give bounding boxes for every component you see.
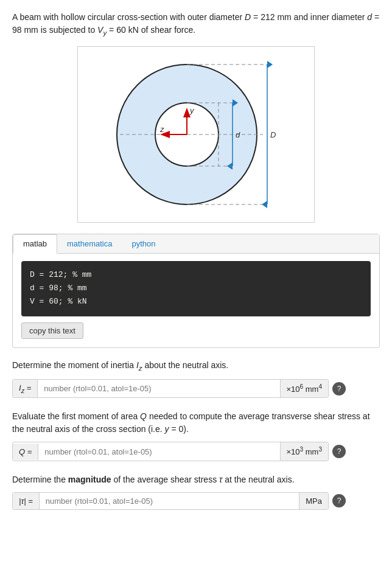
tab-matlab[interactable]: matlab: [13, 234, 57, 254]
q2-input-row: Q = ×103 mm3: [12, 442, 329, 461]
diagram-box: y z d D: [77, 46, 315, 223]
question-3-text: Determine the magnitude of the average s…: [12, 473, 380, 486]
q1-input[interactable]: [38, 380, 279, 397]
svg-text:D: D: [270, 130, 276, 139]
q2-unit: ×103 mm3: [280, 442, 328, 460]
code-line-3: V = 60; % kN: [30, 295, 362, 308]
question-2-text: Evaluate the first moment of area Q need…: [12, 410, 380, 436]
copy-button[interactable]: copy this text: [21, 322, 83, 339]
code-line-2: d = 98; % mm: [30, 282, 362, 295]
svg-text:d: d: [236, 130, 240, 139]
question-1-block: Determine the moment of inertia Iz about…: [12, 359, 380, 399]
tab-mathematica[interactable]: mathematica: [57, 234, 122, 253]
tabs-header: matlab mathematica python: [13, 234, 379, 254]
q1-input-row: Iz = ×106 mm4: [12, 379, 329, 399]
tabs-container: matlab mathematica python D = 212; % mm …: [12, 234, 380, 347]
q3-input-row: |τ| = MPa: [12, 492, 329, 510]
question-2-block: Evaluate the first moment of area Q need…: [12, 410, 380, 461]
question-3-block: Determine the magnitude of the average s…: [12, 473, 380, 510]
q1-help-button[interactable]: ?: [332, 382, 346, 395]
q3-input[interactable]: [40, 493, 299, 509]
code-line-1: D = 212; % mm: [30, 268, 362, 282]
q2-input-label: Q =: [13, 444, 38, 460]
q2-help-button[interactable]: ?: [332, 445, 346, 458]
q1-input-label: Iz =: [13, 380, 38, 398]
tab-python[interactable]: python: [122, 234, 165, 253]
code-block: D = 212; % mm d = 98; % mm V = 60; % kN: [21, 261, 371, 316]
cross-section-diagram: y z d D: [83, 52, 309, 217]
tab-content-matlab: D = 212; % mm d = 98; % mm V = 60; % kN …: [13, 254, 379, 347]
q2-input[interactable]: [38, 444, 279, 460]
q1-unit: ×106 mm4: [280, 380, 328, 397]
question-1-text: Determine the moment of inertia Iz about…: [12, 359, 380, 373]
q3-unit: MPa: [299, 493, 328, 509]
q3-help-button[interactable]: ?: [332, 494, 346, 507]
svg-text:z: z: [159, 125, 164, 134]
q3-input-label: |τ| =: [13, 493, 40, 509]
problem-text: A beam with hollow circular cross-sectio…: [12, 11, 380, 38]
